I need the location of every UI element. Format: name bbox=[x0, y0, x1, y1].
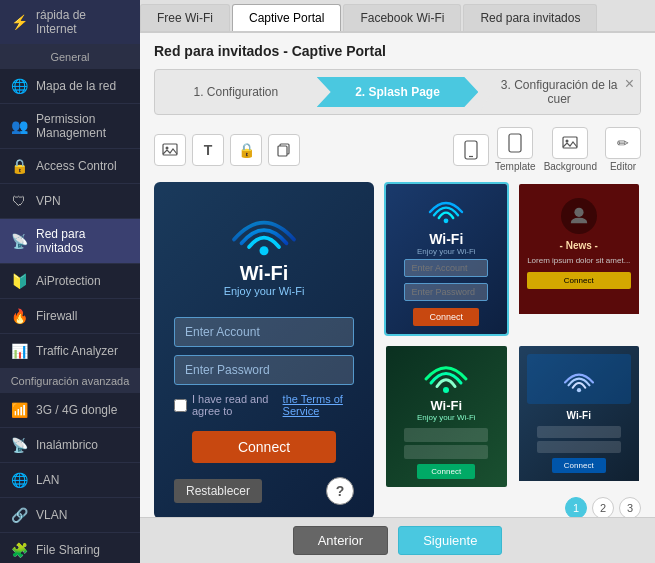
svg-point-8 bbox=[566, 140, 569, 143]
help-button[interactable]: ? bbox=[326, 477, 354, 505]
templates-grid: Wi-Fi Enjoy your Wi-Fi Connect bbox=[384, 182, 641, 489]
wizard-step-config[interactable]: 1. Configuration bbox=[155, 77, 317, 107]
wizard-close-button[interactable]: × bbox=[625, 76, 634, 92]
sidebar-item-lan[interactable]: 🌐 LAN bbox=[0, 463, 140, 498]
sidebar-item-label: Mapa de la red bbox=[36, 79, 116, 93]
tab-freewifi[interactable]: Free Wi-Fi bbox=[140, 4, 230, 31]
tmpl1-wifi-icon bbox=[426, 192, 466, 224]
reset-button[interactable]: Restablecer bbox=[174, 479, 262, 503]
rapida-icon: ⚡ bbox=[10, 13, 28, 31]
tmpl1-subtitle: Enjoy your Wi-Fi bbox=[417, 247, 476, 256]
svg-point-13 bbox=[443, 387, 449, 393]
sidebar-item-mapa[interactable]: 🌐 Mapa de la red bbox=[0, 69, 140, 104]
tmpl1-account-input[interactable] bbox=[404, 259, 488, 277]
template-card-3[interactable]: Wi-Fi Enjoy your Wi-Fi Connect bbox=[384, 344, 509, 489]
lock-tool-icon: 🔒 bbox=[238, 142, 255, 158]
copy-tool-icon bbox=[277, 143, 291, 157]
tmpl3-title: Wi-Fi bbox=[430, 398, 462, 413]
prev-button[interactable]: Anterior bbox=[293, 526, 389, 555]
firewall-icon: 🔥 bbox=[10, 307, 28, 325]
tmpl2-news-text: Lorem ipsum dolor sit amet... bbox=[527, 255, 630, 266]
page-btn-3[interactable]: 3 bbox=[619, 497, 641, 517]
invitados-icon: 📡 bbox=[10, 232, 28, 250]
tmpl1-connect-button[interactable]: Connect bbox=[413, 308, 479, 326]
tmpl4-connect-button[interactable]: Connect bbox=[552, 458, 606, 473]
sidebar-item-firewall[interactable]: 🔥 Firewall bbox=[0, 299, 140, 334]
vlan-icon: 🔗 bbox=[10, 506, 28, 524]
editor-tool-icon: ✏ bbox=[605, 127, 641, 159]
page-btn-2[interactable]: 2 bbox=[592, 497, 614, 517]
tmpl2-news-label: - News - bbox=[560, 240, 598, 251]
text-tool-icon: T bbox=[204, 142, 213, 158]
page-btn-1[interactable]: 1 bbox=[565, 497, 587, 517]
mobile-preview-button[interactable] bbox=[453, 134, 489, 166]
sidebar-item-label: VLAN bbox=[36, 508, 67, 522]
permission-icon: 👥 bbox=[10, 117, 28, 135]
tab-captive[interactable]: Captive Portal bbox=[232, 4, 341, 31]
svg-rect-6 bbox=[509, 134, 521, 152]
sidebar-item-vlan[interactable]: 🔗 VLAN bbox=[0, 498, 140, 533]
access-icon: 🔒 bbox=[10, 157, 28, 175]
sidebar-item-traffic[interactable]: 📊 Traffic Analyzer bbox=[0, 334, 140, 369]
template-card-4[interactable]: Wi-Fi Connect bbox=[517, 344, 642, 489]
vpn-icon: 🛡 bbox=[10, 192, 28, 210]
wizard-step-splash[interactable]: 2. Splash Page bbox=[317, 77, 479, 107]
image-tool-button[interactable] bbox=[154, 134, 186, 166]
preview-password-input[interactable] bbox=[174, 355, 354, 385]
terms-checkbox[interactable] bbox=[174, 399, 187, 412]
tmpl3-wifi-icon bbox=[421, 354, 471, 394]
wizard-step-cuer[interactable]: 3. Configuración de la cuer bbox=[478, 70, 640, 114]
editor-tool-group[interactable]: ✏ Editor bbox=[605, 127, 641, 172]
tab-invitados[interactable]: Red para invitados bbox=[463, 4, 597, 31]
tmpl2-avatar-icon bbox=[568, 205, 590, 227]
sidebar-item-dongle[interactable]: 📶 3G / 4G dongle bbox=[0, 393, 140, 428]
terms-row: I have read and agree to the Terms of Se… bbox=[174, 393, 354, 417]
sidebar-item-aiprotection[interactable]: 🔰 AiProtection bbox=[0, 264, 140, 299]
page-title: Red para invitados - Captive Portal bbox=[154, 43, 641, 59]
traffic-icon: 📊 bbox=[10, 342, 28, 360]
two-column-layout: W Wi-Fi Enjoy your Wi-Fi I have read and… bbox=[154, 182, 641, 517]
main-content: Free Wi-Fi Captive Portal Facebook Wi-Fi… bbox=[140, 0, 655, 563]
sidebar-item-label: Permission Management bbox=[36, 112, 130, 140]
wifi-logo-svg: W bbox=[224, 202, 304, 262]
toolbar-labels-group: Template Background ✏ Editor bbox=[495, 127, 641, 172]
tab-bar: Free Wi-Fi Captive Portal Facebook Wi-Fi… bbox=[140, 0, 655, 33]
template-card-1[interactable]: Wi-Fi Enjoy your Wi-Fi Connect bbox=[384, 182, 509, 336]
next-button[interactable]: Siguiente bbox=[398, 526, 502, 555]
tab-facebook[interactable]: Facebook Wi-Fi bbox=[343, 4, 461, 31]
sidebar-item-invitados[interactable]: 📡 Red para invitados bbox=[0, 219, 140, 264]
svg-point-11 bbox=[444, 218, 449, 223]
tmpl4-title: Wi-Fi bbox=[567, 410, 591, 421]
sidebar-item-permission[interactable]: 👥 Permission Management bbox=[0, 104, 140, 149]
template-tool-group[interactable]: Template bbox=[495, 127, 536, 172]
tmpl4-wifi-icon bbox=[561, 365, 597, 393]
tmpl1-password-input[interactable] bbox=[404, 283, 488, 301]
sidebar-item-label: Firewall bbox=[36, 309, 77, 323]
wizard-steps: 1. Configuration 2. Splash Page 3. Confi… bbox=[154, 69, 641, 115]
background-tool-group[interactable]: Background bbox=[544, 127, 597, 172]
sidebar-item-vpn[interactable]: 🛡 VPN bbox=[0, 184, 140, 219]
lock-tool-button[interactable]: 🔒 bbox=[230, 134, 262, 166]
sidebar-section-avanzada: Configuración avanzada bbox=[0, 369, 140, 393]
template-card-2[interactable]: - News - Lorem ipsum dolor sit amet... C… bbox=[517, 182, 642, 336]
sidebar-item-rapida[interactable]: ⚡ rápida de Internet bbox=[0, 0, 140, 45]
tmpl2-connect-bar[interactable]: Connect bbox=[527, 272, 632, 289]
terms-text: I have read and agree to bbox=[192, 393, 278, 417]
sidebar-item-filesharing[interactable]: 🧩 File Sharing bbox=[0, 533, 140, 563]
copy-tool-button[interactable] bbox=[268, 134, 300, 166]
svg-text:W: W bbox=[261, 248, 267, 254]
preview-account-input[interactable] bbox=[174, 317, 354, 347]
text-tool-button[interactable]: T bbox=[192, 134, 224, 166]
sidebar-item-inalambrico[interactable]: 📡 Inalámbrico bbox=[0, 428, 140, 463]
template-label: Template bbox=[495, 161, 536, 172]
mapa-icon: 🌐 bbox=[10, 77, 28, 95]
templates-panel: Wi-Fi Enjoy your Wi-Fi Connect bbox=[384, 182, 641, 517]
preview-wifi-subtitle: Enjoy your Wi-Fi bbox=[224, 285, 305, 297]
tmpl3-connect-button[interactable]: Connect bbox=[417, 464, 475, 479]
pagination: 1 2 3 bbox=[384, 497, 641, 517]
terms-link[interactable]: the Terms of Service bbox=[283, 393, 354, 417]
sidebar-item-label: 3G / 4G dongle bbox=[36, 403, 117, 417]
connect-button[interactable]: Connect bbox=[192, 431, 336, 463]
sidebar-item-access[interactable]: 🔒 Access Control bbox=[0, 149, 140, 184]
splash-preview: W Wi-Fi Enjoy your Wi-Fi I have read and… bbox=[154, 182, 374, 517]
